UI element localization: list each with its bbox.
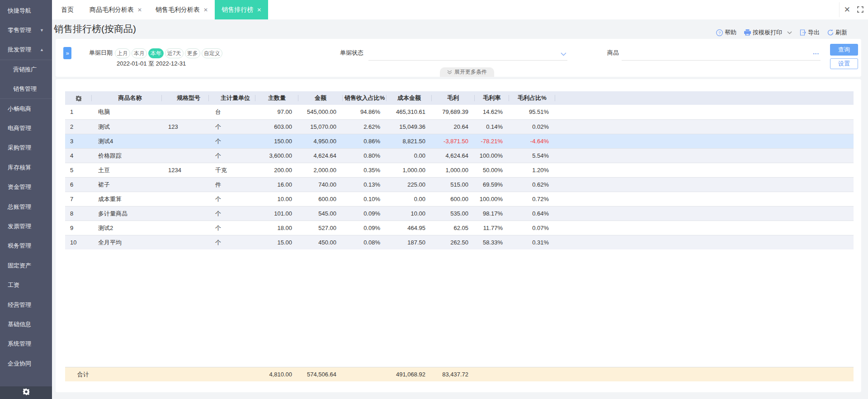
tab[interactable]: 销售毛利分析表✕ (149, 0, 215, 19)
sidebar-item[interactable]: 电商管理 (0, 118, 52, 138)
sidebar-item-label: 发票管理 (8, 222, 31, 230)
sidebar-item[interactable]: 经营管理 (0, 295, 52, 315)
sidebar-item[interactable]: 库存核算 (0, 158, 52, 177)
table-row[interactable]: 1电脑台97.00545,000.0094.86%465,310.6179,68… (65, 105, 854, 119)
settings-button[interactable]: 设置 (830, 58, 858, 69)
sidebar-item[interactable]: 快捷导航 (0, 1, 52, 20)
table-row[interactable]: 2测试123个603.0015,070.002.62%15,049.3620.6… (65, 119, 854, 134)
date-pill[interactable]: 更多 (185, 48, 200, 58)
tab-close-icon[interactable]: ✕ (203, 7, 208, 13)
sidebar-item[interactable]: 系统管理 (0, 334, 52, 354)
expand-more-conditions-button[interactable]: 展开更多条件 (440, 67, 494, 77)
column-header[interactable]: 商品名称 (92, 91, 162, 105)
sidebar-item[interactable]: 批发管理▲ (0, 40, 52, 60)
status-filter-input[interactable] (368, 48, 567, 61)
help-icon: ? (716, 29, 723, 36)
table-row[interactable]: 8多计量商品个101.00545.000.09%10.00535.0098.17… (65, 206, 854, 221)
date-pill[interactable]: 上月 (115, 48, 130, 58)
sidebar-item[interactable]: 总账管理 (0, 197, 52, 216)
cell: 6 (65, 178, 92, 192)
table-row[interactable]: 7成本重算个10.00600.000.10%0.00600.00100.00%0… (65, 192, 854, 206)
table-row[interactable]: 3测试4个150.004,950.000.86%8,821.50-3,871.5… (65, 134, 854, 148)
column-header[interactable]: 毛利率 (475, 91, 509, 105)
close-icon[interactable]: ✕ (844, 0, 850, 19)
sidebar-item-label: 资金管理 (8, 183, 31, 191)
gear-icon[interactable] (23, 388, 30, 397)
column-header[interactable]: 金额 (298, 91, 343, 105)
cell: 15,070.00 (298, 120, 343, 134)
cell-filler (555, 105, 854, 119)
tab-close-icon[interactable]: ✕ (137, 7, 142, 13)
column-header[interactable]: 规格型号 (162, 91, 209, 105)
cell: 600.00 (298, 192, 343, 206)
sidebar-item[interactable]: 零售管理▼ (0, 20, 52, 40)
date-pill[interactable]: 本月 (132, 48, 147, 58)
sidebar-item[interactable]: 税务管理 (0, 236, 52, 256)
help-button[interactable]: ? 帮助 (716, 28, 736, 37)
cell: 187.50 (387, 235, 432, 249)
sidebar-item[interactable]: 采购管理 (0, 138, 52, 158)
data-grid: 商品名称规格型号主计量单位主数量金额销售收入占比%成本金额毛利毛利率毛利占比% … (65, 91, 854, 249)
chevron-up-icon: ▲ (40, 47, 44, 52)
sidebar-item[interactable]: 基础信息 (0, 315, 52, 334)
sidebar-item[interactable]: 资金管理 (0, 178, 52, 197)
cell: 150.00 (255, 134, 298, 148)
cell: 5.54% (509, 149, 555, 163)
cell: 个 (209, 221, 255, 235)
sidebar-item-label: 经营管理 (8, 301, 31, 309)
query-button[interactable]: 查询 (830, 44, 858, 56)
sidebar-item-label: 营销推广 (13, 66, 37, 74)
grid-settings-cell[interactable] (65, 91, 92, 105)
sidebar-item-label: 总账管理 (8, 203, 31, 211)
table-row[interactable]: 4价格跟踪个3,600.004,624.640.80%0.004,624.641… (65, 148, 854, 163)
sidebar-item-label: 批发管理 (8, 46, 31, 54)
sidebar-item[interactable]: 小畅电商 (0, 99, 52, 118)
date-range-value[interactable]: 2022-01-01 至 2022-12-31 (117, 60, 186, 68)
table-row[interactable]: 6裙子件16.00740.000.13%225.00515.0069.59%0.… (65, 177, 854, 192)
date-pill[interactable]: 近7天 (165, 48, 184, 58)
cell: 1,000.00 (387, 163, 432, 177)
tab-close-icon[interactable]: ✕ (257, 7, 261, 13)
tab[interactable]: 商品毛利分析表✕ (83, 0, 149, 19)
fullscreen-icon[interactable] (857, 6, 863, 14)
table-row[interactable]: 9测试2个18.00527.000.09%464.9562.0511.77%0.… (65, 221, 854, 235)
cell: 测试4 (92, 134, 162, 148)
refresh-button[interactable]: 刷新 (827, 28, 847, 37)
cell-filler (555, 221, 854, 235)
summary-cell: 83,437.72 (432, 367, 475, 381)
sidebar-item[interactable]: 销售管理 (0, 80, 52, 99)
table-row[interactable]: 5土豆1234千克200.002,000.000.35%1,000.001,00… (65, 163, 854, 177)
sidebar-item[interactable]: 营销推广 (0, 60, 52, 79)
product-filter-input[interactable]: ... (622, 48, 821, 61)
column-header[interactable]: 主计量单位 (209, 91, 255, 105)
cell (162, 105, 209, 119)
column-header[interactable]: 毛利占比% (509, 91, 555, 105)
cell: 18.00 (255, 221, 298, 235)
cell: -3,871.50 (432, 134, 475, 148)
sidebar-item[interactable]: 发票管理 (0, 216, 52, 236)
column-header[interactable]: 毛利 (432, 91, 475, 105)
sidebar-item[interactable]: 企业协同 (0, 354, 52, 373)
summary-cell: 491,068.92 (387, 367, 432, 381)
cell: 0.08% (343, 235, 387, 249)
print-button[interactable]: 按模板打印 (744, 28, 792, 37)
table-row[interactable]: 10全月平均个15.00450.000.08%187.50262.5058.33… (65, 235, 854, 249)
date-pill[interactable]: 本年 (148, 48, 164, 58)
cell (162, 149, 209, 163)
sidebar-item[interactable]: 工资 (0, 275, 52, 295)
more-options-icon[interactable]: ... (813, 49, 819, 56)
sidebar-item[interactable]: 固定资产 (0, 256, 52, 275)
column-header[interactable]: 主数量 (255, 91, 298, 105)
collapse-filter-button[interactable]: » (63, 47, 71, 59)
cell: 个 (209, 134, 255, 148)
cell: 527.00 (298, 221, 343, 235)
cell: 8 (65, 207, 92, 221)
column-header[interactable]: 销售收入占比% (343, 91, 387, 105)
cell: 裙子 (92, 178, 162, 192)
tab[interactable]: 首页 (52, 0, 83, 19)
date-pill[interactable]: 自定义 (202, 48, 222, 58)
export-button[interactable]: 导出 (800, 28, 820, 37)
column-header[interactable]: 成本金额 (387, 91, 432, 105)
cell: 0.31% (509, 235, 555, 249)
tab[interactable]: 销售排行榜✕ (215, 0, 268, 19)
